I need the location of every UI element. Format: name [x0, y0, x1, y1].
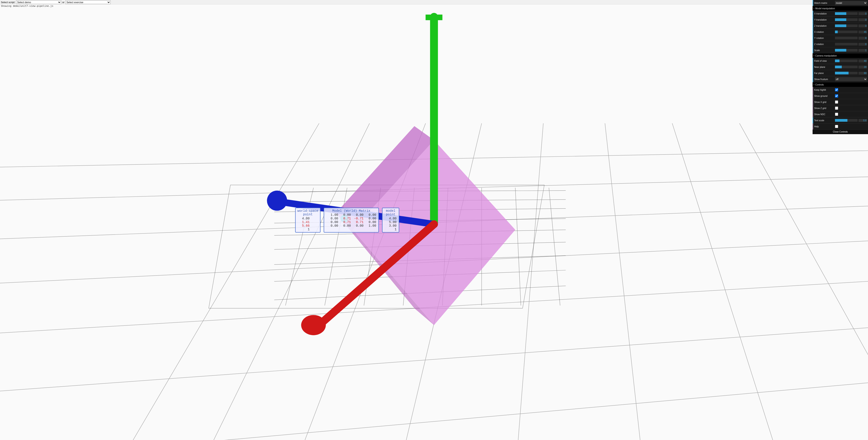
watch-matrix-label: Watch matrix: [814, 2, 835, 4]
svg-line-24: [274, 286, 565, 300]
svg-line-25: [285, 188, 314, 305]
svg-line-28: [403, 188, 414, 305]
svg-marker-33: [353, 140, 515, 325]
folder-controls[interactable]: Controls: [813, 82, 868, 87]
matrix-cell: 0.71: [351, 220, 364, 224]
help-checkbox[interactable]: [835, 125, 838, 128]
near-value[interactable]: [859, 66, 867, 68]
show-frustum-row: Show frustumoff: [813, 76, 868, 82]
z_rotation-row: Z rotation: [813, 41, 868, 47]
keep_highlit-checkbox[interactable]: [835, 88, 838, 91]
svg-rect-15: [209, 185, 545, 308]
show-frustum-label: Show frustum: [814, 78, 835, 81]
watch-matrix-row: Watch matrix model: [813, 0, 868, 6]
fov-label: Field of view: [814, 60, 835, 62]
show_z_grid-checkbox[interactable]: [835, 106, 838, 110]
svg-line-16: [274, 190, 565, 192]
svg-line-27: [364, 188, 381, 305]
show_ndc-label: Show NDC: [814, 113, 835, 116]
svg-line-40: [319, 224, 434, 325]
svg-line-3: [0, 235, 868, 286]
matrix-row: 4.00: [384, 217, 397, 220]
z_translation-value[interactable]: [859, 25, 867, 27]
close-controls-button[interactable]: Close Controls: [813, 130, 868, 134]
folder-camera-manipulation[interactable]: Camera manipulation: [813, 53, 868, 58]
y_rotation-value[interactable]: [859, 37, 867, 40]
matrix-panel-title: Model (World) Matrix: [326, 209, 377, 213]
matrix-cell: 0.00: [364, 220, 377, 224]
watch-matrix-select[interactable]: model: [835, 1, 867, 5]
far-slider[interactable]: [835, 72, 858, 74]
x_rotation-slider[interactable]: [835, 31, 858, 33]
matrix-cell: 4.00: [298, 217, 310, 220]
z_translation-label: Z translation: [814, 25, 835, 27]
topbar: Select script: Select demo or Select exe…: [0, 0, 868, 4]
show_ndc-checkbox[interactable]: [835, 113, 838, 116]
svg-line-4: [0, 275, 868, 336]
select-exercise-dropdown[interactable]: Select exercise: [65, 0, 111, 4]
show-frustum-select[interactable]: off: [835, 77, 867, 81]
svg-line-10: [398, 123, 482, 440]
svg-line-22: [274, 256, 565, 265]
x_rotation-row: X rotation: [813, 29, 868, 35]
svg-line-21: [274, 242, 565, 249]
fov-slider[interactable]: [835, 60, 858, 62]
folder-model-manipulation[interactable]: Model manipulation: [813, 6, 868, 11]
matrix-cell: -0.71: [351, 217, 364, 220]
y_translation-label: Y translation: [814, 19, 835, 21]
matrix-cell: 1: [384, 227, 397, 231]
z_rotation-value[interactable]: [859, 43, 867, 46]
x_rotation-value[interactable]: [859, 31, 867, 33]
show_x_grid-label: Show X grid: [814, 101, 835, 103]
svg-line-23: [274, 270, 565, 281]
svg-line-11: [515, 123, 544, 440]
matrix-cell: 4.00: [384, 217, 397, 220]
z_rotation-label: Z rotation: [814, 43, 835, 45]
show_z_grid-label: Show Z grid: [814, 107, 835, 109]
viewport-3d[interactable]: [0, 0, 868, 440]
near-row: Near plane: [813, 64, 868, 70]
keep_highlit-label: Keep highlit: [814, 89, 835, 91]
matrix-cell: 0.71: [339, 220, 351, 224]
show_ground-checkbox[interactable]: [835, 94, 838, 97]
y_translation-value[interactable]: [859, 18, 867, 21]
svg-line-13: [672, 123, 784, 440]
text_scale-value[interactable]: [859, 119, 867, 122]
z_translation-slider[interactable]: [835, 25, 858, 27]
select-demo-dropdown[interactable]: Select demo: [16, 0, 61, 4]
text_scale-row: Text scale: [813, 117, 868, 124]
select-script-label: Select script:: [1, 1, 15, 4]
matrix-cell: 0.00: [351, 213, 364, 217]
x_translation-value[interactable]: [859, 12, 867, 15]
matrix-row: 5.00: [384, 220, 397, 224]
x_translation-slider[interactable]: [835, 12, 858, 15]
text_scale-slider[interactable]: [835, 119, 858, 122]
showing-path: Showing demo/unit7-view-pipeline.js: [1, 4, 53, 7]
scale-value[interactable]: [859, 49, 867, 52]
fov-row: Field of view: [813, 58, 868, 64]
svg-line-1: [0, 174, 868, 202]
matrix-cell: 3.00: [384, 224, 397, 227]
y_rotation-slider[interactable]: [835, 37, 858, 39]
show_x_grid-checkbox[interactable]: [835, 100, 838, 104]
x_rotation-label: X rotation: [814, 31, 835, 33]
show_ground-label: Show ground: [814, 95, 835, 97]
x_translation-row: X translation: [813, 11, 868, 17]
matrix-cell: 1.00: [364, 224, 377, 227]
svg-line-2: [0, 202, 868, 241]
scale-slider[interactable]: [835, 49, 858, 52]
fov-value[interactable]: [859, 60, 867, 62]
near-label: Near plane: [814, 66, 835, 68]
show_ndc-row: Show NDC: [813, 111, 868, 117]
y_rotation-row: Y rotation: [813, 35, 868, 41]
matrix-row: 0.000.71-0.710.00: [326, 217, 377, 220]
near-slider[interactable]: [835, 66, 858, 68]
or-label: or: [62, 1, 64, 4]
far-value[interactable]: [859, 72, 867, 75]
y_translation-slider[interactable]: [835, 18, 858, 21]
matrix-cell: 0.00: [364, 213, 377, 217]
keep_highlit-row: Keep highlit: [813, 87, 868, 93]
z_rotation-slider[interactable]: [835, 43, 858, 45]
matrix-row: 1.41: [298, 220, 318, 224]
svg-rect-37: [426, 14, 442, 20]
